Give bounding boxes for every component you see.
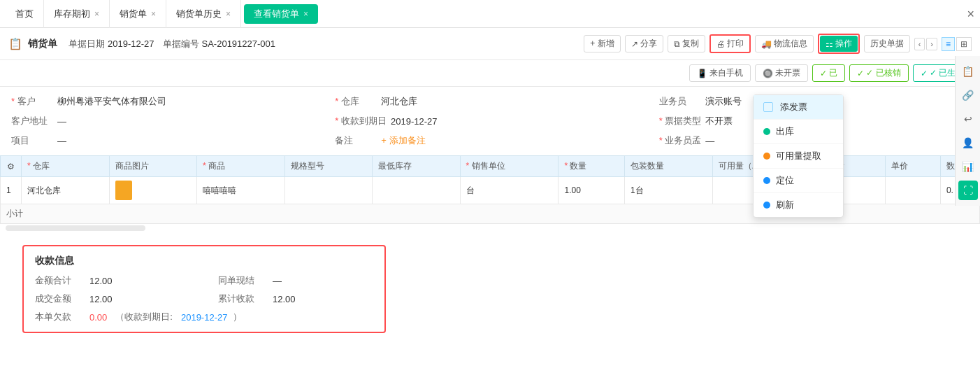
tab-inventory-init-label: 库存期初: [54, 8, 90, 20]
operation-button[interactable]: ⚏ 操作: [820, 36, 858, 52]
same-order-value: —: [273, 276, 282, 286]
tab-bar: 首页 库存期初 × 销货单 × 销货单历史 × 查看销货单 × ×: [0, 0, 980, 28]
sidebar-icon-link[interactable]: 🔗: [958, 85, 978, 105]
history-button[interactable]: 历史单据: [864, 35, 910, 52]
confirm-label: 已: [829, 67, 837, 79]
add-invoice-label: 添发票: [780, 101, 807, 113]
dropdown-available-qty[interactable]: 可用量提取: [754, 144, 843, 169]
current-due-row: 本单欠款 0.00 （收款到期日: 2019-12-27 ）: [35, 311, 373, 323]
view-grid-button[interactable]: ⊞: [956, 37, 972, 51]
from-phone-label: 来自手机: [709, 67, 743, 79]
note-add[interactable]: + 添加备注: [381, 134, 425, 147]
confirm-icon: ✓: [820, 69, 827, 78]
sidebar-icon-back[interactable]: ↩: [958, 109, 978, 129]
tab-home-label: 首页: [15, 8, 34, 20]
share-label: 分享: [640, 38, 657, 50]
new-button[interactable]: + 新增: [584, 35, 620, 52]
col-price: 单价: [885, 156, 940, 177]
salesperson-label: 业务员孟: [659, 134, 702, 147]
share-button[interactable]: ↗ 分享: [625, 35, 663, 52]
tab-inventory-init-close[interactable]: ×: [94, 9, 99, 19]
tab-inventory-init[interactable]: 库存期初 ×: [44, 0, 110, 28]
dropdown-ship-out[interactable]: 出库: [754, 120, 843, 144]
ticket-label: 票据类型: [659, 115, 702, 127]
sidebar-icon-doc[interactable]: 📋: [958, 62, 978, 81]
view-list-button[interactable]: ≡: [942, 37, 955, 51]
logistics-icon: 🚚: [761, 39, 772, 49]
scroll-hint[interactable]: [6, 225, 145, 231]
print-button[interactable]: 🖨 打印: [709, 34, 751, 53]
confirm-button[interactable]: ✓ 已: [812, 64, 845, 82]
col-unit: * 销售单位: [460, 156, 559, 177]
col-product: * 商品: [197, 156, 285, 177]
not-open-label: 未开票: [775, 67, 800, 79]
locate-label: 定位: [776, 174, 794, 187]
current-due-note: （收款到期日:: [115, 311, 173, 323]
row-spec: [284, 177, 373, 204]
tab-sales-history-close[interactable]: ×: [226, 9, 231, 19]
logistics-button[interactable]: 🚚 物流信息: [755, 35, 814, 52]
prev-button[interactable]: ‹: [914, 38, 925, 50]
copy-label: 复制: [682, 38, 699, 50]
phone-icon: 📱: [697, 69, 707, 78]
project-value: —: [57, 136, 66, 146]
doc-number-label: 单据编号: [163, 38, 199, 50]
tab-view-sales-order-close[interactable]: ×: [303, 9, 308, 19]
sidebar-icon-user[interactable]: 👤: [958, 133, 978, 153]
current-due-value: 0.00: [89, 312, 107, 323]
warehouse-value: 河北仓库: [381, 95, 417, 108]
operation-label: 操作: [835, 38, 852, 50]
share-icon: ↗: [631, 39, 638, 49]
address-row: 客户地址 —: [11, 115, 321, 127]
staff-value: 演示账号: [705, 95, 742, 108]
tab-view-sales-order[interactable]: 查看销货单 ×: [244, 4, 318, 24]
tab-home[interactable]: 首页: [6, 0, 44, 28]
row-image: [109, 177, 197, 204]
payment-date-row: 收款到期日 2019-12-27: [335, 115, 644, 127]
add-invoice-icon: [763, 102, 773, 112]
product-image: [115, 181, 132, 200]
next-button[interactable]: ›: [926, 38, 937, 50]
current-due-item: 本单欠款 0.00 （收款到期日: 2019-12-27 ）: [35, 311, 373, 323]
doc-icon: 📋: [8, 37, 22, 50]
dropdown-refresh[interactable]: 刷新: [754, 193, 843, 217]
row-qty: 1.00: [559, 177, 625, 204]
refresh-label: 刷新: [776, 199, 794, 211]
history-label: 历史单据: [870, 38, 904, 50]
tab-sales-history[interactable]: 销货单历史 ×: [166, 0, 241, 28]
payment-info-box: 收款信息 金额合计 12.00 同单现结 — 成交金额 12.00: [22, 245, 386, 333]
cumulative-value: 12.00: [273, 294, 296, 304]
current-due-close: ）: [233, 311, 242, 323]
col-image: 商品图片: [109, 156, 197, 177]
same-order-label: 同单现结: [218, 274, 267, 287]
tab-sales-order-close[interactable]: ×: [151, 9, 156, 19]
dropdown-add-invoice[interactable]: 添发票: [754, 95, 843, 120]
note-row: 备注 + 添加备注: [335, 134, 644, 147]
operation-dropdown: 添发票 出库 可用量提取 定位 刷新: [753, 94, 844, 218]
cancelled-button[interactable]: ✓ ✓ 已核销: [849, 64, 908, 82]
tab-sales-history-label: 销货单历史: [176, 8, 222, 20]
not-open-icon: 🔘: [763, 69, 773, 78]
window-close-button[interactable]: ×: [967, 6, 974, 21]
payment-grid: 金额合计 12.00 同单现结 — 成交金额 12.00 累计收款 12.00: [35, 274, 373, 323]
copy-icon: ⧉: [674, 39, 680, 49]
available-qty-icon: [763, 153, 770, 160]
status-bar: 📱 来自手机 🔘 未开票 ✓ 已 ✓ ✓ 已核销 ✓ ✓ 已生效: [0, 60, 980, 87]
row-warehouse: 河北仓库: [22, 177, 110, 204]
copy-button[interactable]: ⧉ 复制: [668, 35, 705, 52]
sidebar-icon-chart[interactable]: 📊: [958, 157, 978, 176]
doc-date-item: 单据日期 2019-12-27: [69, 38, 154, 50]
tab-sales-order[interactable]: 销货单 ×: [110, 0, 166, 28]
not-open-ticket-button[interactable]: 🔘 未开票: [755, 64, 808, 82]
sidebar-icon-expand[interactable]: ⛶: [958, 181, 978, 200]
dropdown-locate[interactable]: 定位: [754, 169, 843, 193]
col-settings[interactable]: ⚙: [1, 156, 22, 177]
note-label: 备注: [335, 134, 377, 147]
col-qty: * 数量: [559, 156, 625, 177]
total-value: 12.00: [89, 276, 113, 286]
doc-title-area: 📋 销货单 单据日期 2019-12-27 单据编号 SA-20191227-0…: [8, 37, 275, 50]
tab-sales-order-label: 销货单: [120, 8, 147, 20]
from-phone-button[interactable]: 📱 来自手机: [689, 64, 751, 82]
address-label: 客户地址: [11, 115, 53, 127]
customer-value: 柳州粤港平安气体有限公司: [57, 95, 166, 108]
